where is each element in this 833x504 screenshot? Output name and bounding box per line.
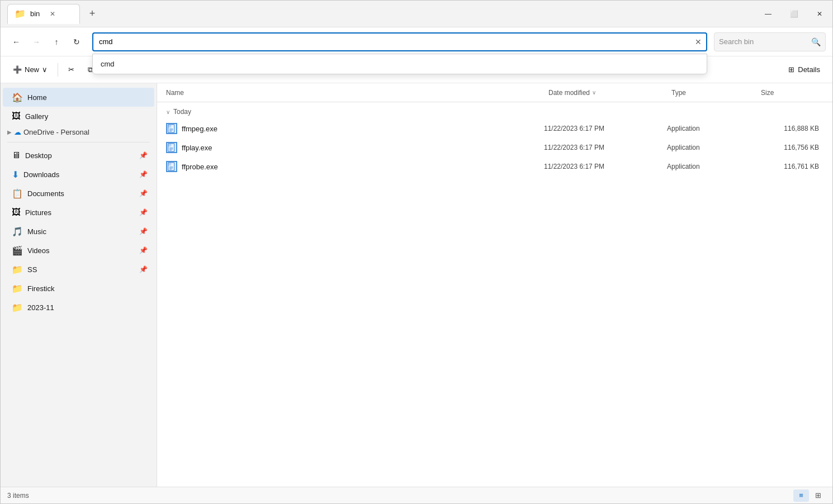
file-size: 116,756 KB	[756, 144, 823, 151]
tab-close-button[interactable]: ✕	[48, 9, 58, 19]
grid-view-button[interactable]: ⊞	[810, 489, 826, 502]
sidebar-item-videos[interactable]: 🎬 Videos 📌	[3, 241, 154, 260]
file-name-cell: ffmpeg.exe	[166, 123, 544, 134]
pin-icon-desktop: 📌	[139, 151, 148, 159]
table-row[interactable]: ffprobe.exe 11/22/2023 6:17 PM Applicati…	[159, 157, 830, 176]
close-button[interactable]: ✕	[807, 1, 832, 27]
new-icon: ➕	[13, 65, 22, 74]
forward-button[interactable]: →	[27, 33, 45, 51]
table-row[interactable]: ffplay.exe 11/22/2023 6:17 PM Applicatio…	[159, 138, 830, 157]
desktop-icon: 🖥	[12, 150, 21, 160]
file-type: Application	[667, 144, 756, 151]
pin-icon-documents: 📌	[139, 189, 148, 197]
address-bar[interactable]	[92, 32, 707, 51]
cut-button[interactable]: ✂	[63, 60, 80, 79]
file-explorer-window: 📁 bin ✕ + — ⬜ ✕ ← → ↑ ↻ ✕ cmd Search bin…	[0, 0, 833, 504]
new-tab-button[interactable]: +	[84, 6, 100, 22]
tab-folder-icon: 📁	[15, 8, 26, 19]
search-icon: 🔍	[811, 37, 821, 46]
sidebar-label-pictures: Pictures	[25, 208, 51, 217]
file-name-cell: ffprobe.exe	[166, 161, 544, 172]
file-size: 116,888 KB	[756, 125, 823, 132]
status-item-count: 3 items	[7, 492, 29, 500]
sidebar-label-downloads: Downloads	[23, 170, 59, 179]
file-date: 11/22/2023 6:17 PM	[544, 125, 667, 132]
file-size: 116,761 KB	[756, 163, 823, 170]
pin-icon-music: 📌	[139, 227, 148, 235]
column-header-size[interactable]: Size	[759, 88, 826, 98]
sidebar-label-onedrive: OneDrive - Personal	[23, 128, 89, 136]
sidebar: 🏠 Home 🖼 Gallery ▶ ☁ OneDrive - Personal…	[1, 83, 157, 487]
ss-icon: 📁	[12, 264, 23, 275]
sidebar-item-music[interactable]: 🎵 Music 📌	[3, 222, 154, 241]
autocomplete-item[interactable]: cmd	[93, 54, 707, 74]
pictures-icon: 🖼	[12, 207, 21, 217]
back-button[interactable]: ←	[7, 33, 25, 51]
refresh-button[interactable]: ↻	[68, 33, 86, 51]
sidebar-label-gallery: Gallery	[25, 112, 48, 121]
sidebar-item-home[interactable]: 🏠 Home	[3, 88, 154, 107]
file-date: 11/22/2023 6:17 PM	[544, 163, 667, 170]
sidebar-item-documents[interactable]: 📋 Documents 📌	[3, 184, 154, 203]
exe-icon	[166, 123, 177, 134]
group-label: Today	[173, 108, 191, 116]
sidebar-label-videos: Videos	[27, 246, 50, 255]
status-bar: 3 items ≡ ⊞	[1, 487, 832, 503]
view-buttons: ≡ ⊞	[793, 489, 826, 502]
search-placeholder: Search bin	[719, 37, 808, 46]
new-label: New	[25, 65, 39, 74]
title-tab: 📁 bin ✕	[7, 4, 80, 24]
file-name: ffprobe.exe	[182, 163, 218, 171]
file-name: ffmpeg.exe	[182, 125, 217, 133]
toolbar-separator-1	[58, 63, 58, 77]
group-header-today[interactable]: ∨ Today	[157, 104, 832, 119]
pin-icon-pictures: 📌	[139, 208, 148, 216]
sidebar-item-ss[interactable]: 📁 SS 📌	[3, 260, 154, 279]
address-clear-button[interactable]: ✕	[693, 36, 704, 47]
pin-icon-videos: 📌	[139, 246, 148, 254]
svg-rect-11	[168, 163, 172, 166]
exe-icon	[166, 142, 177, 153]
downloads-icon: ⬇	[12, 169, 19, 180]
column-header-date[interactable]: Date modified ∨	[546, 88, 669, 98]
sidebar-label-firestick: Firestick	[27, 284, 54, 293]
sidebar-divider-1	[7, 142, 150, 142]
file-list-header: Name Date modified ∨ Type Size	[157, 83, 832, 102]
svg-rect-6	[168, 144, 172, 147]
music-icon: 🎵	[12, 226, 23, 237]
column-header-name[interactable]: Name	[164, 88, 546, 98]
file-type: Application	[667, 163, 756, 170]
list-view-button[interactable]: ≡	[793, 489, 809, 502]
sidebar-item-2023-11[interactable]: 📁 2023-11	[3, 298, 154, 317]
sidebar-label-home: Home	[27, 93, 47, 102]
sidebar-item-downloads[interactable]: ⬇ Downloads 📌	[3, 165, 154, 184]
new-button[interactable]: ➕ New ∨	[7, 60, 53, 79]
expand-chevron-icon: ▶	[7, 129, 12, 135]
search-box[interactable]: Search bin 🔍	[714, 32, 826, 51]
file-list-body: ∨ Today	[157, 102, 832, 487]
file-type: Application	[667, 125, 756, 132]
maximize-button[interactable]: ⬜	[781, 1, 807, 27]
pin-icon-downloads: 📌	[139, 170, 148, 178]
sidebar-label-ss: SS	[27, 265, 37, 274]
table-row[interactable]: ffmpeg.exe 11/22/2023 6:17 PM Applicatio…	[159, 119, 830, 138]
column-header-type[interactable]: Type	[669, 88, 759, 98]
up-button[interactable]: ↑	[48, 33, 65, 51]
details-label: Details	[798, 65, 820, 74]
firestick-icon: 📁	[12, 283, 23, 294]
sidebar-item-onedrive[interactable]: ▶ ☁ OneDrive - Personal	[3, 126, 154, 139]
file-area: Name Date modified ∨ Type Size ∨ Today	[157, 83, 832, 487]
2023-11-icon: 📁	[12, 302, 23, 313]
sidebar-item-pictures[interactable]: 🖼 Pictures 📌	[3, 203, 154, 222]
file-name-cell: ffplay.exe	[166, 142, 544, 153]
sidebar-item-gallery[interactable]: 🖼 Gallery	[3, 107, 154, 126]
minimize-button[interactable]: —	[755, 1, 781, 27]
file-date: 11/22/2023 6:17 PM	[544, 144, 667, 151]
sidebar-label-2023-11: 2023-11	[27, 303, 54, 312]
sidebar-item-desktop[interactable]: 🖥 Desktop 📌	[3, 146, 154, 165]
autocomplete-dropdown: cmd	[92, 54, 707, 74]
details-button[interactable]: ⊞ Details	[783, 60, 826, 79]
sidebar-item-firestick[interactable]: 📁 Firestick	[3, 279, 154, 298]
sidebar-label-desktop: Desktop	[25, 151, 52, 160]
new-chevron: ∨	[42, 65, 48, 74]
